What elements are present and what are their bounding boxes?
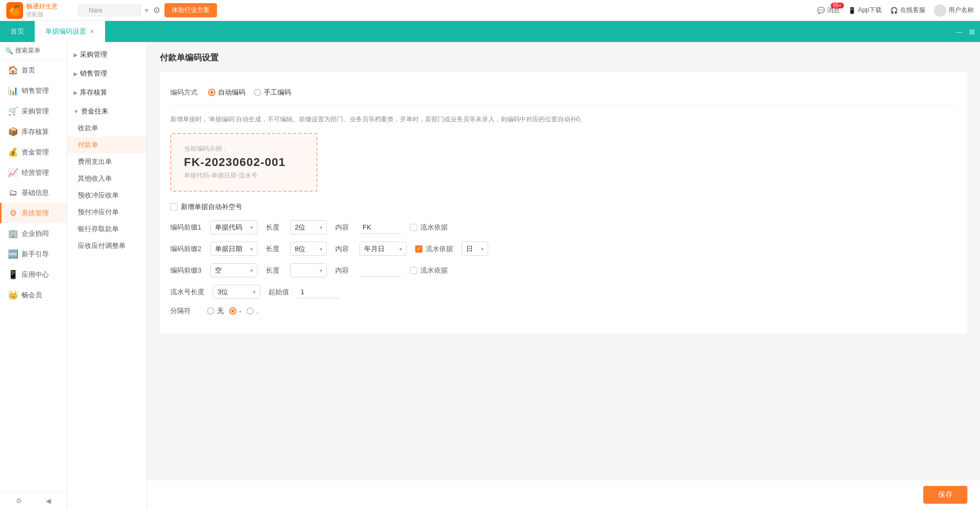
serial-length-label: 流水号长度 (170, 287, 204, 297)
main-layout: 🔍 搜索菜单 🏠 首页 📊 销售管理 🛒 采购管理 📦 库存核算 💰 资金管理 … (0, 42, 980, 509)
save-button[interactable]: 保存 (923, 486, 967, 504)
avatar (934, 4, 946, 17)
content-area: 付款单编码设置 编码方式 自动编码 手工编码 (147, 42, 980, 509)
sub-item-receipt[interactable]: 收款单 (67, 120, 147, 137)
message-icon: 💬 (817, 7, 825, 14)
sidebar-collapse-icon[interactable]: ◀ (46, 497, 51, 505)
form-row-2: 编码前缀2 单据日期 长度 8位 内容 年月日 (170, 242, 957, 256)
user-avatar[interactable]: 用户名称 (934, 4, 974, 17)
sidebar-item-operations[interactable]: 📈 经营管理 (0, 162, 67, 183)
sep-none-radio[interactable]: 无 (207, 306, 224, 316)
content1-label: 内容 (335, 223, 351, 232)
sidebar-item-basics[interactable]: 🗂 基础信息 (0, 183, 67, 203)
auto-fill-checkbox[interactable] (170, 203, 178, 211)
logo-text: 畅通好生意 搭配版 (26, 3, 58, 18)
dropdown-icon[interactable]: ▾ (145, 6, 149, 14)
sidebar-item-inventory[interactable]: 📦 库存核算 (0, 121, 67, 142)
content2-label: 内容 (335, 244, 351, 254)
tab-home[interactable]: 首页 (0, 21, 35, 42)
sub-item-advance-payment[interactable]: 预付冲应付单 (67, 204, 147, 221)
separator-row: 分隔符 无 - . (170, 306, 957, 316)
expand-icon[interactable]: ⊞ (969, 28, 975, 36)
sub-section-sales: ▶ 销售管理 (67, 65, 147, 82)
app-download-button[interactable]: 📱 App下载 (848, 6, 882, 15)
info-text: 新增单据时，'单据编码'自动生成，不可编辑。前缀设置为部门、业务员等档案类，开单… (170, 115, 957, 124)
content2-select-wrapper: 年月日 (359, 242, 407, 256)
stream1-checkbox[interactable] (410, 224, 417, 231)
preview-desc: 单据代码-单据日期-流水号 (184, 171, 304, 180)
prefix2-label: 编码前缀2 (170, 244, 202, 254)
tab-close-icon[interactable]: ✕ (89, 28, 95, 35)
prefix3-select-wrapper: 空 (210, 263, 257, 277)
content3-label: 内容 (335, 266, 351, 275)
preview-label: 当前编码示例： (184, 144, 304, 153)
member-icon: 👑 (8, 290, 18, 300)
sub-item-payment[interactable]: 付款单 (67, 137, 147, 153)
content2-select[interactable]: 年月日 (359, 242, 407, 256)
prefix1-label: 编码前缀1 (170, 223, 202, 232)
sidebar-search[interactable]: 🔍 搜索菜单 (0, 42, 67, 60)
sales-icon: 📊 (8, 86, 18, 96)
content1-input[interactable] (359, 221, 401, 234)
stream3-checkbox[interactable] (410, 267, 417, 274)
stream2-period-select[interactable]: 日 月 年 (461, 242, 488, 256)
sub-item-ar-ap-adjust[interactable]: 应收应付调整单 (67, 237, 147, 254)
online-service-button[interactable]: 🎧 在线客服 (890, 6, 925, 15)
sidebar-item-apps[interactable]: 📱 应用中心 (0, 264, 67, 285)
coding-method-label: 编码方式 (170, 88, 198, 97)
message-button[interactable]: 💬 消息 99+ (817, 6, 840, 15)
start-value-input[interactable] (297, 286, 339, 298)
sub-header-sales[interactable]: ▶ 销售管理 (67, 65, 147, 82)
sidebar-item-company[interactable]: 🏢 企业协同 (0, 223, 67, 244)
sidebar-item-guide[interactable]: 🆕 新手引导 (0, 244, 67, 264)
sidebar-item-home[interactable]: 🏠 首页 (0, 60, 67, 80)
sidebar-item-purchase[interactable]: 🛒 采购管理 (0, 101, 67, 121)
minimize-icon[interactable]: — (956, 28, 963, 36)
sub-header-inventory[interactable]: ▶ 库存核算 (67, 84, 147, 101)
prefix2-select[interactable]: 单据日期 (210, 242, 257, 256)
content3-input[interactable] (359, 264, 401, 277)
settings-icon[interactable]: ⚙ (153, 5, 160, 15)
message-badge: 99+ (831, 3, 844, 8)
sep-dot-radio[interactable]: . (246, 307, 259, 315)
serial-length-select[interactable]: 3位 (213, 285, 260, 299)
length3-select[interactable] (290, 263, 327, 277)
sub-item-bank-deposit[interactable]: 银行存取款单 (67, 221, 147, 237)
sep-hyphen-radio[interactable]: - (229, 307, 241, 315)
sidebar-item-system[interactable]: ⚙ 系统管理 (0, 203, 67, 223)
length1-select[interactable]: 2位 (290, 220, 327, 234)
chevron-right-icon: ▶ (74, 90, 78, 96)
home-icon: 🏠 (8, 65, 18, 75)
sub-item-advance-receivable[interactable]: 预收冲应收单 (67, 187, 147, 204)
page-title: 付款单编码设置 (160, 53, 967, 64)
stream2-checkbox[interactable]: ✓ (415, 245, 422, 253)
manual-code-radio[interactable]: 手工编码 (254, 88, 291, 97)
sub-item-expense[interactable]: 费用支出单 (67, 153, 147, 170)
sidebar-settings-icon[interactable]: ⚙ (16, 497, 22, 505)
sidebar-item-member[interactable]: 👑 畅会员 (0, 285, 67, 305)
auto-fill-row: 新增单据自动补空号 (170, 202, 957, 212)
search-icon: 🔍 (5, 47, 13, 55)
auto-code-radio-circle (208, 89, 215, 96)
auto-code-radio[interactable]: 自动编码 (208, 88, 245, 97)
coding-method-row: 编码方式 自动编码 手工编码 (170, 82, 957, 106)
preview-box: 当前编码示例： FK-20230602-001 单据代码-单据日期-流水号 (170, 133, 317, 192)
sub-item-other-income[interactable]: 其他收入单 (67, 170, 147, 187)
sub-header-purchase[interactable]: ▶ 采购管理 (67, 46, 147, 63)
sub-header-capital[interactable]: ▼ 资金往来 (67, 103, 147, 120)
sidebar-item-sales[interactable]: 📊 销售管理 (0, 80, 67, 101)
prefix3-select[interactable]: 空 (210, 263, 257, 277)
prefix1-select[interactable]: 单据代码 (210, 220, 257, 234)
chevron-right-icon: ▶ (74, 71, 78, 77)
finance-icon: 💰 (8, 147, 18, 157)
industry-plan-button[interactable]: 体验行业方案 (164, 3, 217, 17)
stream2-period-wrapper: 日 月 年 (461, 242, 488, 256)
sub-sidebar: ▶ 采购管理 ▶ 销售管理 ▶ 库存核算 ▼ 资金往来 收款单 付款单 费用支出… (67, 42, 147, 509)
length2-select[interactable]: 8位 (290, 242, 327, 256)
sidebar-item-finance[interactable]: 💰 资金管理 (0, 142, 67, 162)
sub-section-capital: ▼ 资金往来 收款单 付款单 费用支出单 其他收入单 预收冲应收单 预付冲应付单… (67, 103, 147, 254)
sidebar-bottom: ⚙ ◀ (0, 492, 67, 509)
top-bar: 🍊 畅通好生意 搭配版 Nare ▾ ⚙ 体验行业方案 💬 消息 99+ 📱 A… (0, 0, 980, 21)
tab-serial-setting[interactable]: 单据编码设置 ✕ (35, 21, 105, 42)
sep-none-radio-circle (207, 307, 214, 315)
